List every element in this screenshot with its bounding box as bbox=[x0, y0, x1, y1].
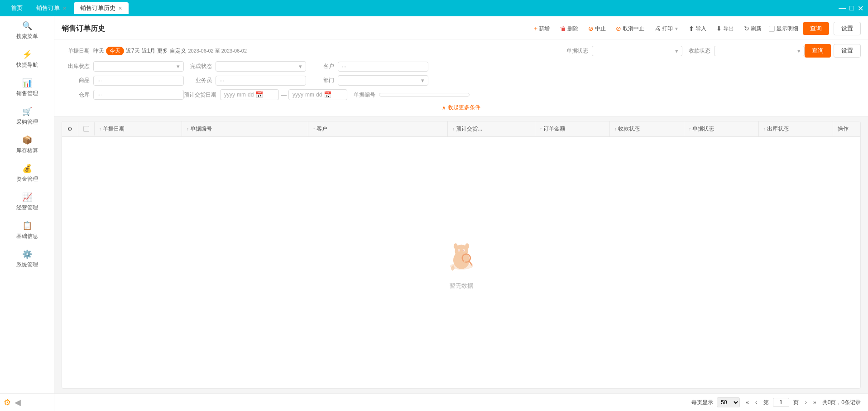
main-layout: 🔍 搜索菜单 ⚡ 快捷导航 📊 销售管理 🛒 采购管理 📦 库存核算 💰 资金管… bbox=[0, 16, 868, 411]
sidebar-item-operations[interactable]: 📈 经营管理 bbox=[0, 188, 54, 216]
export-label: 导出 bbox=[723, 25, 734, 33]
tab-sales-order-close[interactable]: ✕ bbox=[62, 5, 67, 11]
new-icon: + bbox=[534, 25, 537, 32]
th-gear[interactable]: ⚙ bbox=[62, 122, 78, 136]
sidebar-item-search-menu[interactable]: 🔍 搜索菜单 bbox=[0, 16, 54, 45]
last-page-button[interactable]: » bbox=[811, 398, 819, 406]
delivery-start-calendar[interactable]: 📅 bbox=[255, 91, 263, 98]
query-button-2[interactable]: 查询 bbox=[805, 44, 831, 58]
set-button-2[interactable]: 设置 bbox=[834, 44, 861, 58]
date-yesterday[interactable]: 昨天 bbox=[93, 47, 104, 55]
sidebar-item-basic-info[interactable]: 📋 基础信息 bbox=[0, 216, 54, 245]
department-select[interactable]: ▾ bbox=[338, 75, 428, 86]
tab-sales-order-history-label: 销售订单历史 bbox=[80, 4, 115, 12]
sidebar-item-inventory[interactable]: 📦 库存核算 bbox=[0, 131, 54, 159]
th-warehouse-status[interactable]: ↑ 出库状态 bbox=[759, 121, 833, 136]
th-checkbox[interactable] bbox=[78, 122, 95, 135]
sidebar-item-sales-mgmt-label: 销售管理 bbox=[16, 90, 38, 97]
payment-status-select[interactable]: ▾ bbox=[714, 46, 805, 56]
set-button[interactable]: 设置 bbox=[834, 22, 861, 35]
tab-sales-order-history-close[interactable]: ✕ bbox=[118, 5, 122, 11]
stop-button[interactable]: ⊘ 中止 bbox=[585, 24, 609, 34]
content-area: 销售订单历史 + 新增 🗑 删除 ⊘ 中止 ⊘ 取消中止 bbox=[54, 16, 868, 411]
svg-point-5 bbox=[458, 250, 459, 251]
svg-line-11 bbox=[465, 258, 466, 261]
show-detail-toggle[interactable]: 显示明细 bbox=[769, 25, 798, 33]
th-customer[interactable]: ↑ 客户 bbox=[308, 121, 448, 136]
goods-label: 商品 bbox=[62, 77, 93, 84]
table-header: ⚙ ↑ 单据日期 ↑ 单据编号 ↑ 客户 ↑ bbox=[62, 121, 860, 137]
filter-row-2: 出库状态 ▾ 完成状态 ▾ 客户 ··· bbox=[62, 61, 861, 72]
table-area: ⚙ ↑ 单据日期 ↑ 单据编号 ↑ 客户 ↑ bbox=[62, 121, 861, 389]
th-customer-label: 客户 bbox=[317, 125, 327, 133]
date-today[interactable]: 今天 bbox=[106, 47, 124, 55]
sidebar-item-sales-mgmt[interactable]: 📊 销售管理 bbox=[0, 73, 54, 102]
page-size-select[interactable]: 50 20 100 bbox=[717, 397, 740, 407]
warehouse-status-select[interactable]: ▾ bbox=[93, 61, 184, 72]
tab-sales-order[interactable]: 销售订单 ✕ bbox=[30, 2, 73, 14]
order-number-label: 单据编号 bbox=[347, 91, 379, 99]
tab-sales-order-label: 销售订单 bbox=[36, 4, 60, 12]
delete-button[interactable]: 🗑 删除 bbox=[557, 24, 581, 34]
customer-input[interactable]: ··· bbox=[338, 62, 428, 72]
print-button[interactable]: 🖨 打印 ▼ bbox=[652, 24, 681, 34]
order-status-select[interactable]: ▾ bbox=[592, 46, 682, 56]
th-payment[interactable]: ↑ 收款状态 bbox=[610, 121, 684, 136]
top-bar: 首页 销售订单 ✕ 销售订单历史 ✕ — □ ✕ bbox=[0, 0, 868, 16]
sidebar-item-inventory-label: 库存核算 bbox=[16, 147, 38, 155]
import-button[interactable]: ⬆ 导入 bbox=[686, 24, 709, 34]
maximize-icon[interactable]: □ bbox=[849, 4, 854, 12]
sidebar-settings-icon[interactable]: ⚙ bbox=[4, 397, 11, 407]
svg-point-7 bbox=[453, 243, 457, 249]
order-number-input[interactable] bbox=[379, 93, 470, 97]
sidebar-collapse-icon[interactable]: ◀ bbox=[14, 397, 21, 407]
new-button[interactable]: + 新增 bbox=[531, 24, 552, 34]
date-custom[interactable]: 自定义 bbox=[170, 47, 186, 55]
query-button[interactable]: 查询 bbox=[803, 22, 829, 35]
sidebar-item-quick-nav[interactable]: ⚡ 快捷导航 bbox=[0, 45, 54, 73]
th-date[interactable]: ↑ 单据日期 bbox=[95, 121, 182, 136]
salesperson-input[interactable]: ··· bbox=[216, 76, 306, 86]
date-filter: 昨天 今天 近7天 近1月 更多 自定义 2023-06-02 至 2023-0… bbox=[93, 47, 560, 55]
sidebar-item-quick-nav-label: 快捷导航 bbox=[16, 61, 38, 69]
th-delivery[interactable]: ↑ 预计交货... bbox=[448, 121, 535, 136]
th-order-status[interactable]: ↑ 单据状态 bbox=[684, 121, 758, 136]
tab-sales-order-history[interactable]: 销售订单历史 ✕ bbox=[74, 2, 129, 14]
th-amount[interactable]: ↑ 订单金额 bbox=[535, 121, 609, 136]
finance-icon: 💰 bbox=[22, 164, 32, 174]
goods-input[interactable]: ··· bbox=[93, 76, 184, 86]
sidebar-item-purchase-mgmt[interactable]: 🛒 采购管理 bbox=[0, 102, 54, 131]
filter-row-3: 商品 ··· 业务员 ··· 部门 ▾ bbox=[62, 75, 861, 86]
show-detail-checkbox[interactable] bbox=[769, 26, 775, 32]
sidebar-item-finance[interactable]: 💰 资金管理 bbox=[0, 159, 54, 188]
prev-page-button[interactable]: ‹ bbox=[753, 398, 759, 406]
sidebar-item-system-mgmt[interactable]: ⚙️ 系统管理 bbox=[0, 245, 54, 273]
minimize-icon[interactable]: — bbox=[839, 4, 846, 12]
page-nav: « ‹ 第 页 › » bbox=[743, 398, 818, 407]
warehouse-input[interactable]: ··· bbox=[93, 90, 184, 100]
export-button[interactable]: ⬇ 导出 bbox=[714, 24, 737, 34]
collapse-button[interactable]: ∧ 收起更多条件 bbox=[62, 104, 861, 111]
date-more[interactable]: 更多 bbox=[157, 47, 168, 55]
date-7days[interactable]: 近7天 bbox=[126, 47, 140, 55]
completion-status-select[interactable]: ▾ bbox=[216, 61, 306, 72]
page-header: 销售订单历史 + 新增 🗑 删除 ⊘ 中止 ⊘ 取消中止 bbox=[54, 16, 868, 39]
cancel-stop-button[interactable]: ⊘ 取消中止 bbox=[613, 24, 647, 34]
delivery-end-calendar[interactable]: 📅 bbox=[324, 91, 331, 98]
order-status-arrow: ▾ bbox=[675, 48, 678, 54]
refresh-button[interactable]: ↻ 刷新 bbox=[741, 24, 764, 34]
close-window-icon[interactable]: ✕ bbox=[858, 4, 863, 13]
delivery-date-end[interactable]: yyyy-mm-dd 📅 bbox=[288, 89, 347, 100]
next-page-button[interactable]: › bbox=[803, 398, 809, 406]
pagination: 每页显示 50 20 100 « ‹ 第 页 › » 共0页，0条记录 bbox=[54, 393, 868, 411]
first-page-button[interactable]: « bbox=[743, 398, 751, 406]
page-number-input[interactable] bbox=[773, 398, 789, 407]
delete-icon: 🗑 bbox=[560, 25, 566, 32]
total-records-text: 共0页，0条记录 bbox=[822, 399, 861, 406]
header-checkbox[interactable] bbox=[83, 126, 89, 132]
th-number[interactable]: ↑ 单据编号 bbox=[182, 121, 308, 136]
tab-home[interactable]: 首页 bbox=[5, 2, 29, 14]
date-1month[interactable]: 近1月 bbox=[142, 47, 156, 55]
customer-dots: ··· bbox=[342, 63, 346, 70]
delivery-date-start[interactable]: yyyy-mm-dd 📅 bbox=[220, 89, 279, 100]
